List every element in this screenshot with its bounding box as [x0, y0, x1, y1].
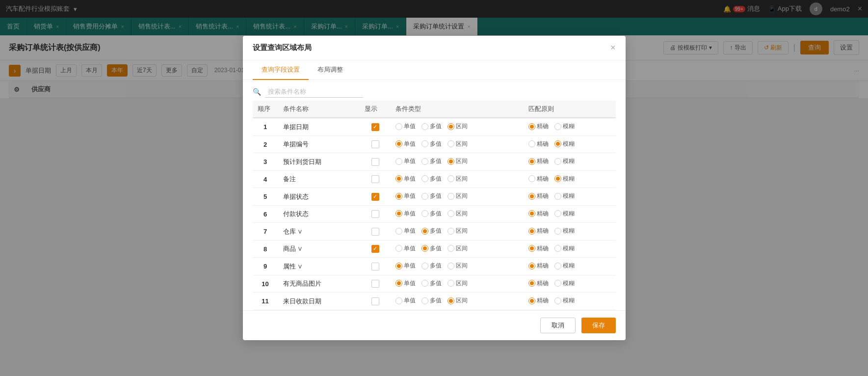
modal-close-button[interactable]: × — [610, 43, 616, 53]
modal-tab-query-label: 查询字段设置 — [262, 66, 300, 73]
modal-header: 设置查询区域布局 × — [243, 36, 626, 60]
modal-tab-layout-label: 布局调整 — [317, 66, 343, 73]
modal-search-area: 🔍 — [243, 80, 626, 98]
modal-tab-query-fields[interactable]: 查询字段设置 — [253, 60, 309, 80]
modal: 设置查询区域布局 × 查询字段设置 布局调整 🔍 顺序 条件名称 — [243, 36, 626, 98]
modal-tabs: 查询字段设置 布局调整 — [243, 60, 626, 80]
search-input[interactable] — [265, 86, 363, 98]
modal-overlay: 设置查询区域布局 × 查询字段设置 布局调整 🔍 顺序 条件名称 — [0, 0, 868, 98]
search-icon: 🔍 — [253, 88, 261, 96]
modal-title: 设置查询区域布局 — [253, 43, 312, 53]
modal-tab-layout[interactable]: 布局调整 — [309, 60, 352, 80]
